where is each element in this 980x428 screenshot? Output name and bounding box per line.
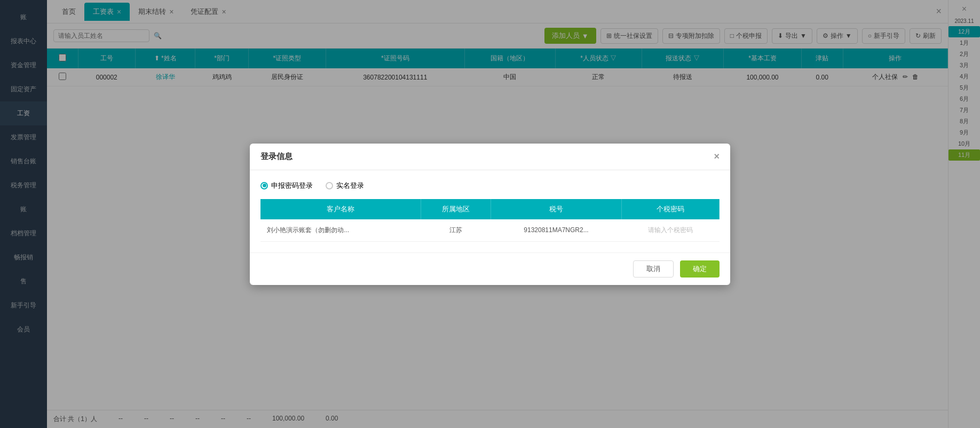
cancel-button[interactable]: 取消 bbox=[633, 260, 674, 278]
radio-group: 申报密码登录 实名登录 bbox=[260, 181, 720, 191]
dialog-footer: 取消 确定 bbox=[250, 252, 730, 285]
dialog-table: 客户名称 所属地区 税号 个税密码 刘小艳演示账套（勿删勿动... 江苏 913… bbox=[260, 199, 720, 242]
password-placeholder: 请输入个税密码 bbox=[648, 226, 693, 234]
dialog-col-taxid: 税号 bbox=[491, 199, 622, 219]
dialog-col-client: 客户名称 bbox=[260, 199, 421, 219]
dialog-cell-password[interactable]: 请输入个税密码 bbox=[622, 219, 720, 242]
dialog-close-button[interactable]: × bbox=[714, 151, 720, 162]
dialog-col-region: 所属地区 bbox=[421, 199, 491, 219]
dialog-title: 登录信息 bbox=[260, 152, 293, 162]
radio-password-circle bbox=[260, 182, 268, 189]
radio-password-label: 申报密码登录 bbox=[271, 181, 313, 191]
dialog-cell-taxid: 91320811MA7NGR2... bbox=[491, 219, 622, 242]
dialog-cell-client: 刘小艳演示账套（勿删勿动... bbox=[260, 219, 421, 242]
login-dialog: 登录信息 × 申报密码登录 实名登录 客户名称 所属 bbox=[250, 144, 730, 285]
modal-overlay: 登录信息 × 申报密码登录 实名登录 客户名称 所属 bbox=[0, 0, 980, 428]
radio-realname-label: 实名登录 bbox=[336, 181, 364, 191]
confirm-button[interactable]: 确定 bbox=[680, 260, 720, 278]
radio-realname-circle bbox=[326, 182, 333, 189]
dialog-header: 登录信息 × bbox=[250, 144, 730, 170]
dialog-table-row: 刘小艳演示账套（勿删勿动... 江苏 91320811MA7NGR2... 请输… bbox=[260, 219, 720, 242]
dialog-cell-region: 江苏 bbox=[421, 219, 491, 242]
dialog-body: 申报密码登录 实名登录 客户名称 所属地区 税号 个税密码 bbox=[250, 170, 730, 252]
radio-realname-login[interactable]: 实名登录 bbox=[326, 181, 364, 191]
radio-password-login[interactable]: 申报密码登录 bbox=[260, 181, 313, 191]
dialog-col-password: 个税密码 bbox=[622, 199, 720, 219]
